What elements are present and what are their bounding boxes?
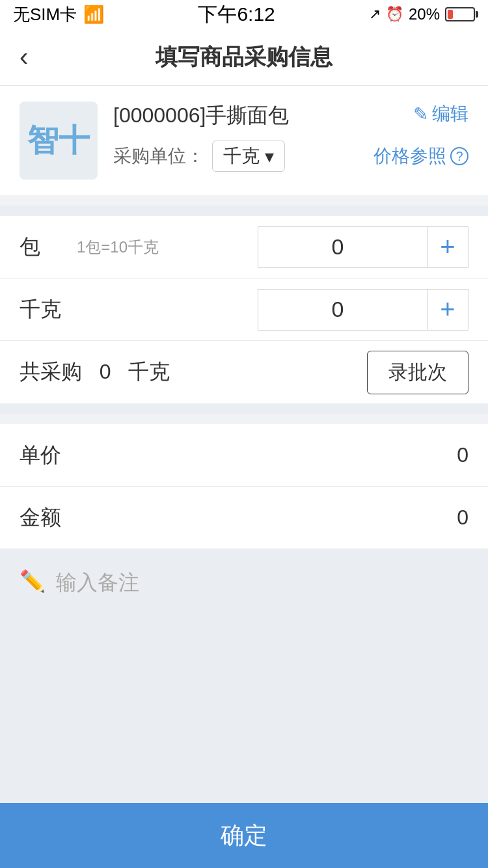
battery-percent: 20% [409, 5, 440, 23]
kg-input-right: + [258, 289, 468, 331]
price-ref-button[interactable]: 价格参照 ? [373, 144, 468, 169]
amount-value: 0 [457, 506, 468, 530]
product-info: [0000006]手撕面包 ✎ 编辑 采购单位： 千克 ▾ 价格参照 ? [113, 102, 468, 172]
edit-label: 编辑 [432, 102, 468, 126]
kg-label: 千克 [20, 295, 72, 324]
input-section: 包 1包=10千克 + 千克 + [0, 216, 488, 341]
wifi-icon: 📶 [83, 5, 104, 25]
unit-selector-group: 采购单位： 千克 ▾ [113, 141, 285, 172]
status-bar: 无SIM卡 📶 下午6:12 ↗ ⏰ 20% [0, 0, 488, 29]
record-batch-button[interactable]: 录批次 [367, 351, 468, 394]
kg-plus-button[interactable]: + [427, 289, 468, 331]
remarks-placeholder: 输入备注 [56, 569, 139, 597]
total-row: 共采购 0 千克 录批次 [0, 341, 488, 403]
edit-link[interactable]: ✎ 编辑 [413, 102, 468, 126]
alarm-icon: ⏰ [386, 6, 403, 23]
back-button[interactable]: ‹ [20, 42, 28, 72]
amount-label: 金额 [20, 504, 61, 532]
amount-row: 金额 0 [0, 487, 488, 549]
location-icon: ↗ [369, 6, 381, 23]
dropdown-icon: ▾ [265, 146, 274, 167]
bottom-space [0, 617, 488, 812]
bag-input[interactable] [258, 226, 427, 268]
purchase-unit-row: 采购单位： 千克 ▾ 价格参照 ? [113, 141, 468, 172]
status-time: 下午6:12 [198, 1, 275, 28]
total-label: 共采购 0 千克 [20, 358, 170, 387]
price-ref-label: 价格参照 [373, 144, 446, 169]
pencil-icon: ✏️ [20, 569, 46, 593]
unit-selector[interactable]: 千克 ▾ [212, 141, 285, 172]
status-left: 无SIM卡 📶 [13, 3, 104, 26]
info-icon: ? [450, 147, 468, 165]
unit-price-value: 0 [457, 443, 468, 467]
unit-price-row: 单价 0 [0, 424, 488, 487]
nav-bar: ‹ 填写商品采购信息 [0, 29, 488, 86]
edit-icon: ✎ [413, 103, 428, 125]
product-name-row: [0000006]手撕面包 ✎ 编辑 [113, 102, 468, 130]
battery-icon [445, 7, 475, 21]
bag-input-row: 包 1包=10千克 + [0, 216, 488, 278]
status-right: ↗ ⏰ 20% [369, 5, 475, 23]
section-divider-2 [0, 403, 488, 414]
info-section: 单价 0 金额 0 [0, 424, 488, 549]
bag-input-right: + [258, 226, 468, 268]
total-unit: 千克 [128, 360, 170, 383]
bag-plus-button[interactable]: + [427, 226, 468, 268]
confirm-button[interactable]: 确定 [0, 803, 488, 868]
page-title: 填写商品采购信息 [156, 42, 332, 72]
unit-price-label: 单价 [20, 441, 61, 470]
unit-value: 千克 [223, 144, 260, 169]
remarks-section[interactable]: ✏️ 输入备注 [0, 549, 488, 617]
product-logo: 智十 [27, 120, 90, 161]
total-label-text: 共采购 [20, 360, 82, 383]
kg-input-row: 千克 + [0, 278, 488, 341]
battery-fill [448, 10, 453, 19]
bag-label: 包 [20, 233, 72, 262]
unit-label: 采购单位： [113, 144, 204, 169]
product-image: 智十 [20, 102, 98, 180]
section-divider-1 [0, 206, 488, 216]
bag-sub-label: 1包=10千克 [77, 237, 159, 258]
carrier-text: 无SIM卡 [13, 3, 77, 26]
product-card: 智十 [0000006]手撕面包 ✎ 编辑 采购单位： 千克 ▾ 价格参照 ? [0, 86, 488, 195]
total-value: 0 [100, 360, 111, 383]
kg-input[interactable] [258, 289, 427, 331]
product-name: [0000006]手撕面包 [113, 102, 289, 130]
